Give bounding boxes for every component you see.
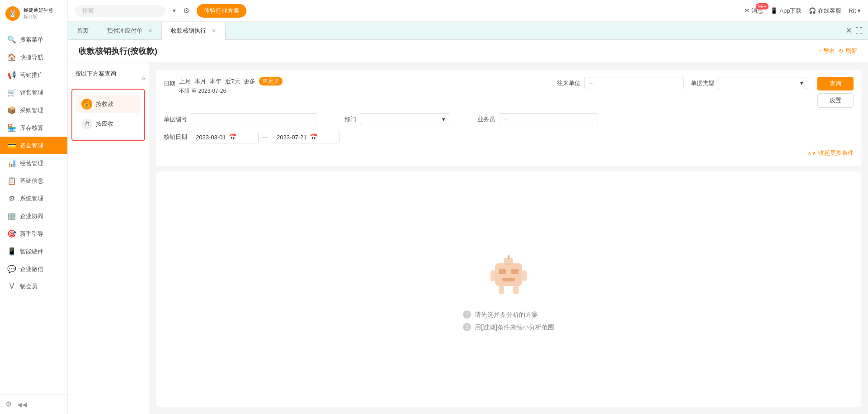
sidebar-item-purchase[interactable]: 📦 采购管理 (0, 101, 67, 119)
date-label: 日期 (164, 77, 175, 88)
sidebar-logo: 🐰 畅捷通好生意 标准版 (0, 0, 67, 27)
export-button[interactable]: ↑ 导出 (819, 47, 835, 55)
empty-tip-1: 1 请先选择要分析的方案 (463, 308, 554, 321)
filter-option-box: 💰 按收款 ⏱ 按应收 (71, 89, 145, 141)
end-calendar-icon[interactable]: 📅 (310, 133, 317, 141)
doc-no-label: 单据编号 (164, 115, 187, 124)
app-download-link[interactable]: 📱 App下载 (770, 7, 802, 15)
sidebar-item-operation[interactable]: 📊 经营管理 (0, 154, 67, 172)
tab-close-all-button[interactable]: ✕ (846, 26, 852, 35)
verify-date-start-input[interactable]: 2023-03-01 📅 (191, 131, 259, 143)
hardware-icon: 📱 (7, 247, 16, 256)
sidebar-item-finance[interactable]: 💳 资金管理 (0, 137, 67, 154)
tab-receivable-close-icon[interactable]: ✕ (212, 28, 216, 34)
message-badge[interactable]: ✉ 消息 99+ (745, 7, 763, 15)
left-panel-collapse-icon[interactable]: » (142, 75, 145, 82)
export-icon: ↑ (819, 48, 822, 54)
dept-select[interactable]: ▾ (360, 113, 450, 125)
sidebar-item-system[interactable]: ⚙ 系统管理 (0, 190, 67, 207)
date-separator: — (262, 134, 268, 141)
page-title: 收款核销执行(按收款) (79, 46, 819, 57)
query-button[interactable]: 查询 (817, 77, 854, 90)
counterpart-input[interactable]: ··· (584, 77, 684, 89)
sidebar-item-sales[interactable]: 🛒 销售管理 (0, 84, 67, 101)
tab-prepay-close-icon[interactable]: ✕ (148, 28, 152, 34)
tab-prepay[interactable]: 预付冲应付单 ✕ (98, 22, 162, 40)
sidebar-item-search[interactable]: 🔍 搜索菜单 (0, 31, 67, 48)
staff-input[interactable]: ··· (499, 113, 598, 125)
doc-type-select[interactable]: ▾ (718, 77, 808, 89)
sidebar-item-inventory[interactable]: 🏪 库存核算 (0, 119, 67, 137)
home-icon: 🏠 (7, 53, 16, 62)
doc-no-input[interactable] (191, 113, 317, 125)
refresh-button[interactable]: ↻ 刷新 (839, 47, 857, 55)
settings-icon[interactable]: ⚙ (5, 400, 12, 409)
tab-home[interactable]: 首页 (68, 22, 98, 40)
sidebar-item-enterprise[interactable]: 🏢 企业协同 (0, 207, 67, 225)
solution-button[interactable]: 体验行业方案 (197, 4, 246, 18)
sidebar-item-member[interactable]: V 畅会员 (0, 278, 67, 295)
sidebar-label-marketing: 营销推广 (20, 71, 43, 79)
receivable-icon: ⏱ (81, 119, 92, 129)
online-service-link[interactable]: 🎧 在线客服 (809, 7, 841, 15)
top-header: 搜索 ▾ ⚙ 体验行业方案 ✉ 消息 99+ 📱 App下载 🎧 在线客服 Ri… (68, 0, 868, 22)
dept-label: 部门 (344, 115, 356, 124)
header-gear-icon[interactable]: ⚙ (183, 6, 189, 15)
doc-type-field: 单据类型 ▾ (691, 77, 808, 89)
purchase-icon: 📦 (7, 106, 16, 114)
tip-text-2: 用[过滤]条件来缩小分析范围 (475, 321, 554, 333)
sidebar-label-finance: 资金管理 (20, 142, 43, 150)
collapse-more-button[interactable]: ∧∧ 收起更多条件 (807, 147, 854, 159)
verify-date-start-value: 2023-03-01 (196, 134, 226, 141)
collapse-sidebar-icon[interactable]: ◀◀ (17, 401, 27, 408)
verify-date-row: 核销日期 2023-03-01 📅 — 2023-07-21 📅 (164, 131, 854, 143)
date-link-upper[interactable]: 上月 (179, 77, 191, 86)
date-link-custom[interactable]: 自定义 (259, 77, 283, 86)
tab-fullscreen-button[interactable]: ⛶ (855, 27, 863, 35)
search-icon: 🔍 (7, 35, 16, 44)
export-label: 导出 (823, 47, 835, 55)
sidebar-item-guide[interactable]: 🎯 新手引导 (0, 225, 67, 243)
sidebar-item-wechat[interactable]: 💬 企业微信 (0, 260, 67, 278)
collapse-more-label: 收起更多条件 (818, 149, 854, 157)
sidebar-item-shortcut[interactable]: 🏠 快捷导航 (0, 48, 67, 66)
app-name: 畅捷通好生意 (24, 7, 53, 14)
start-calendar-icon[interactable]: 📅 (229, 133, 236, 141)
refresh-label: 刷新 (845, 47, 857, 55)
empty-robot-svg (481, 245, 536, 300)
setting-button[interactable]: 设置 (817, 93, 854, 108)
receipt-icon: 💰 (81, 99, 92, 109)
date-link-more[interactable]: 更多 (244, 77, 255, 86)
main-area: 搜索 ▾ ⚙ 体验行业方案 ✉ 消息 99+ 📱 App下载 🎧 在线客服 Ri… (68, 0, 868, 414)
staff-label: 业务员 (477, 115, 495, 124)
logo-icon: 🐰 (5, 6, 20, 21)
dropdown-arrow-icon[interactable]: ▾ (173, 7, 176, 14)
wechat-icon: 💬 (7, 265, 16, 273)
message-count: 99+ (756, 3, 769, 10)
tab-receivable[interactable]: 收款核销执行 ✕ (162, 22, 226, 40)
sidebar-item-basic[interactable]: 📋 基础信息 (0, 172, 67, 190)
filter-by-receivable[interactable]: ⏱ 按应收 (76, 115, 141, 133)
app-download-label: App下载 (779, 7, 802, 15)
sidebar-item-marketing[interactable]: 📢 营销推广 (0, 66, 67, 84)
doc-type-label: 单据类型 (691, 79, 714, 87)
marketing-icon: 📢 (7, 71, 16, 79)
date-link-current[interactable]: 本月 (194, 77, 206, 86)
date-link-7days[interactable]: 近7天 (225, 77, 240, 86)
filter-form: 日期 上月 本月 本年 近7天 更多 自定义 不限 至 2023-07-26 (156, 70, 861, 166)
basic-icon: 📋 (7, 176, 16, 185)
page-header: 收款核销执行(按收款) ↑ 导出 ↻ 刷新 (68, 40, 868, 62)
sidebar-label-hardware: 智能硬件 (20, 247, 43, 256)
verify-date-end-input[interactable]: 2023-07-21 📅 (272, 131, 340, 143)
filter-by-receipt[interactable]: 💰 按收款 (76, 95, 141, 113)
refresh-icon: ↻ (839, 48, 844, 54)
sidebar-label-guide: 新手引导 (20, 230, 43, 238)
service-icon: 🎧 (809, 7, 816, 14)
sidebar-label-inventory: 库存核算 (20, 124, 43, 132)
counterpart-placeholder: ··· (589, 80, 594, 86)
guide-icon: 🎯 (7, 229, 16, 238)
user-menu[interactable]: Rit ▾ (849, 7, 861, 14)
date-link-year[interactable]: 本年 (210, 77, 222, 86)
sidebar-item-hardware[interactable]: 📱 智能硬件 (0, 243, 67, 260)
svg-rect-9 (513, 286, 519, 294)
